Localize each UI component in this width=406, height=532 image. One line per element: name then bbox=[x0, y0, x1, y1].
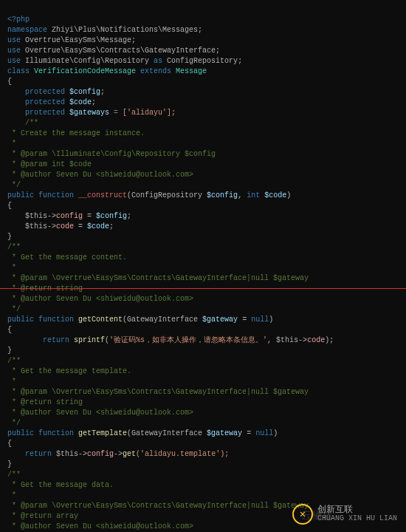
keyword-use: use bbox=[7, 57, 21, 65]
doc-param: * @param \Illuminate\Config\Repository $… bbox=[7, 150, 216, 158]
doc-line: * bbox=[7, 264, 16, 272]
brace-open: { bbox=[7, 78, 12, 86]
use-path: Illuminate\Config\Repository bbox=[25, 57, 149, 65]
doc-param: * @param \Overtrue\EasySms\Contracts\Gat… bbox=[7, 502, 309, 510]
method-getcontent: getContent bbox=[78, 316, 123, 324]
array-literal: ['alidayu'] bbox=[123, 109, 171, 117]
keyword-class: class bbox=[7, 67, 30, 75]
doc-desc: * Get the message template. bbox=[7, 367, 131, 375]
doc-param: * @param int $code bbox=[7, 160, 92, 168]
func-sprintf: sprintf bbox=[74, 336, 105, 344]
method-construct: __construct bbox=[78, 191, 127, 200]
doc-close: */ bbox=[7, 305, 21, 313]
prop-code: code bbox=[56, 222, 74, 231]
var-gateways: $gateways bbox=[69, 109, 109, 117]
code-editor: <?php namespace Zhiyi\Plus\Notifications… bbox=[0, 0, 406, 532]
doc-param: * @param \Overtrue\EasySms\Contracts\Gat… bbox=[7, 388, 309, 396]
doc-desc: * Get the message content. bbox=[7, 253, 127, 262]
doc-line: * bbox=[7, 140, 16, 148]
var-code: $code bbox=[69, 98, 92, 106]
doc-open: /** bbox=[7, 243, 21, 251]
doc-close: */ bbox=[7, 181, 21, 189]
var-config: $config bbox=[69, 88, 100, 96]
doc-author: * @author Seven Du <shiweidu@outlook.com… bbox=[7, 171, 193, 179]
keyword-use: use bbox=[7, 47, 21, 55]
keyword-extends: extends bbox=[140, 67, 171, 75]
logo-icon: ✕ bbox=[292, 504, 313, 525]
keyword-as: as bbox=[154, 57, 162, 65]
keyword-namespace: namespace bbox=[7, 26, 47, 34]
doc-line: * bbox=[7, 378, 16, 386]
doc-close: */ bbox=[7, 419, 21, 427]
doc-open: /** bbox=[7, 471, 21, 479]
doc-open: /** bbox=[7, 357, 21, 365]
keyword-public: public bbox=[7, 316, 34, 324]
class-name: VerificationCodeMessage bbox=[34, 67, 136, 75]
brand-logo: ✕ 创新互联 CHUANG XIN HU LIAN bbox=[292, 504, 397, 525]
logo-text: 创新互联 CHUANG XIN HU LIAN bbox=[317, 506, 397, 522]
doc-author: * @author Seven Du <shiweidu@outlook.com… bbox=[7, 522, 193, 531]
parent-class: Message bbox=[176, 67, 207, 75]
doc-open: /** bbox=[25, 119, 38, 127]
doc-author: * @author Seven Du <shiweidu@outlook.com… bbox=[7, 409, 193, 417]
sprintf-format-string: '验证码%s，如非本人操作，请忽略本条信息。' bbox=[109, 336, 267, 344]
doc-param: * @param \Overtrue\EasySms\Contracts\Gat… bbox=[7, 274, 309, 282]
alias-name: ConfigRepository; bbox=[167, 57, 242, 65]
doc-desc: * Create the message instance. bbox=[7, 129, 145, 137]
doc-desc: * Get the message data. bbox=[7, 481, 114, 489]
use-path: Overtrue\EasySms\Contracts\GatewayInterf… bbox=[25, 47, 220, 55]
method-gettemplate: getTemplate bbox=[78, 429, 127, 437]
logo-sub: CHUANG XIN HU LIAN bbox=[317, 514, 397, 522]
keyword-public: public bbox=[7, 191, 34, 200]
keyword-protected: protected bbox=[25, 98, 65, 106]
use-path: Overtrue\EasySms\Message; bbox=[25, 36, 136, 44]
doc-author: * @author Seven Du <shiweidu@outlook.com… bbox=[7, 295, 193, 303]
keyword-return: return bbox=[25, 450, 52, 458]
namespace-path: Zhiyi\Plus\Notifications\Messages; bbox=[52, 26, 202, 34]
keyword-return: return bbox=[43, 336, 69, 344]
doc-return: * @return array bbox=[7, 512, 78, 520]
highlight-line bbox=[0, 288, 406, 289]
logo-main: 创新互联 bbox=[317, 506, 397, 514]
keyword-use: use bbox=[7, 36, 21, 44]
keyword-function: function bbox=[38, 316, 74, 324]
keyword-protected: protected bbox=[25, 88, 65, 96]
keyword-function: function bbox=[38, 191, 74, 200]
doc-line: * bbox=[7, 491, 16, 499]
keyword-function: function bbox=[38, 429, 74, 437]
php-open-tag: <?php bbox=[7, 16, 30, 24]
keyword-public: public bbox=[7, 429, 34, 437]
keyword-protected: protected bbox=[25, 109, 65, 117]
prop-config: config bbox=[56, 212, 83, 220]
doc-return: * @return string bbox=[7, 398, 83, 406]
